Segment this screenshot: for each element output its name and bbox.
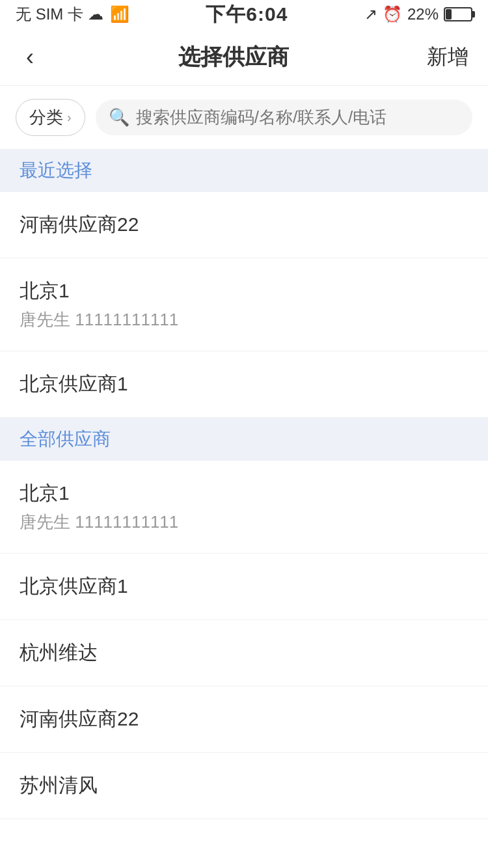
list-item[interactable]: 北京供应商1: [0, 351, 488, 418]
status-left: 无 SIM 卡 ☁ 📶: [16, 4, 129, 25]
list-item[interactable]: 杭州维达: [0, 620, 488, 686]
item-name: 北京1: [20, 278, 468, 305]
category-label: 分类: [29, 106, 63, 129]
recent-section-header: 最近选择: [0, 149, 488, 192]
item-name: 河南供应商22: [20, 706, 468, 733]
item-name: 北京1: [20, 480, 468, 507]
recent-section-label: 最近选择: [20, 160, 92, 180]
nav-bar: ‹ 选择供应商 新增: [0, 29, 488, 86]
chevron-right-icon: ›: [67, 110, 72, 125]
add-button[interactable]: 新增: [427, 43, 468, 72]
alarm-icon: ⏰: [383, 5, 402, 23]
list-item[interactable]: 河南供应商22: [0, 686, 488, 753]
item-name: 苏州清风: [20, 772, 468, 799]
status-time: 下午6:04: [206, 1, 288, 28]
search-icon: 🔍: [109, 107, 129, 128]
search-input-container: 🔍: [96, 100, 472, 135]
item-name: 杭州维达: [20, 640, 468, 666]
list-item[interactable]: 河南供应商22: [0, 192, 488, 258]
item-name: 北京供应商1: [20, 573, 468, 600]
item-sub: 唐先生 11111111111: [20, 308, 468, 331]
list-item[interactable]: 北京供应商1: [0, 554, 488, 620]
battery-icon: [444, 7, 472, 21]
recent-list: 河南供应商22北京1唐先生 11111111111北京供应商1: [0, 192, 488, 418]
wifi-icon: 📶: [110, 5, 129, 23]
status-right: ↗ ⏰ 22%: [364, 5, 472, 23]
list-item[interactable]: 北京1唐先生 11111111111: [0, 258, 488, 351]
search-input[interactable]: [136, 107, 459, 128]
item-name: 北京供应商1: [20, 371, 468, 398]
list-item[interactable]: 北京1唐先生 11111111111: [0, 461, 488, 554]
all-suppliers-list: 北京1唐先生 11111111111北京供应商1杭州维达河南供应商22苏州清风: [0, 461, 488, 819]
no-sim-label: 无 SIM 卡 ☁: [16, 4, 103, 25]
all-section-header: 全部供应商: [0, 418, 488, 461]
all-section-label: 全部供应商: [20, 429, 111, 449]
back-button[interactable]: ‹: [20, 37, 40, 77]
item-sub: 唐先生 11111111111: [20, 511, 468, 534]
battery-percent: 22%: [407, 5, 439, 23]
location-icon: ↗: [364, 5, 377, 23]
status-bar: 无 SIM 卡 ☁ 📶 下午6:04 ↗ ⏰ 22%: [0, 0, 488, 29]
category-filter-button[interactable]: 分类 ›: [16, 99, 85, 136]
page-title: 选择供应商: [40, 42, 427, 72]
search-area: 分类 › 🔍: [0, 86, 488, 149]
list-item[interactable]: 苏州清风: [0, 753, 488, 819]
item-name: 河南供应商22: [20, 211, 468, 238]
